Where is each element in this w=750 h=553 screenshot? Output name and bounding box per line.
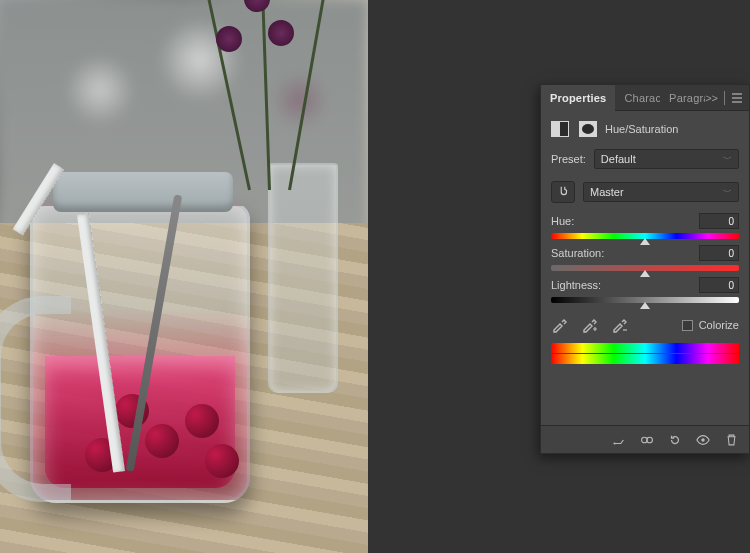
- saturation-value-input[interactable]: 0: [699, 245, 739, 261]
- slider-thumb[interactable]: [640, 302, 650, 309]
- tab-paragraph[interactable]: Paragrap: [660, 85, 705, 111]
- chevron-down-icon: ﹀: [723, 153, 732, 166]
- photo-jar: [30, 203, 250, 503]
- panel-footer: [541, 425, 749, 453]
- hue-track[interactable]: [551, 233, 739, 239]
- hue-slider: Hue: 0: [541, 209, 749, 241]
- eyedropper-add-icon[interactable]: [581, 317, 597, 333]
- colorize-label: Colorize: [699, 319, 739, 331]
- channel-row: Master ﹀: [541, 175, 749, 209]
- preset-label: Preset:: [551, 153, 586, 165]
- slider-thumb[interactable]: [640, 238, 650, 245]
- colorize-checkbox[interactable]: [682, 320, 693, 331]
- adjustment-header: Hue/Saturation: [541, 111, 749, 143]
- channel-select[interactable]: Master ﹀: [583, 182, 739, 202]
- canvas-image[interactable]: [0, 0, 368, 553]
- eyedropper-icon[interactable]: [551, 317, 567, 333]
- lightness-track[interactable]: [551, 297, 739, 303]
- color-range-strip[interactable]: [551, 343, 739, 364]
- saturation-label: Saturation:: [551, 247, 604, 259]
- adjustment-type-icon[interactable]: [551, 121, 571, 137]
- chevron-down-icon: ﹀: [723, 186, 732, 199]
- eyedropper-row: Colorize: [541, 305, 749, 339]
- tab-character[interactable]: Characte: [615, 85, 660, 111]
- adjustment-title: Hue/Saturation: [605, 123, 678, 135]
- clip-to-layer-icon[interactable]: [611, 432, 627, 448]
- saturation-slider: Saturation: 0: [541, 241, 749, 273]
- photo-stems: [228, 0, 318, 210]
- lightness-slider: Lightness: 0: [541, 273, 749, 305]
- targeted-adjust-button[interactable]: [551, 181, 575, 203]
- lightness-label: Lightness:: [551, 279, 601, 291]
- properties-panel: Properties Characte Paragrap >> Hue/Satu…: [540, 84, 750, 454]
- view-previous-icon[interactable]: [639, 432, 655, 448]
- trash-icon[interactable]: [723, 432, 739, 448]
- svg-point-0: [614, 442, 616, 444]
- divider: [724, 91, 725, 105]
- hue-label: Hue:: [551, 215, 574, 227]
- hue-value-input[interactable]: 0: [699, 213, 739, 229]
- tab-properties[interactable]: Properties: [541, 85, 615, 111]
- layer-mask-icon[interactable]: [579, 121, 597, 137]
- panel-menu-icon[interactable]: [731, 92, 743, 104]
- svg-point-3: [701, 438, 705, 442]
- reset-icon[interactable]: [667, 432, 683, 448]
- visibility-icon[interactable]: [695, 432, 711, 448]
- preset-select[interactable]: Default ﹀: [594, 149, 739, 169]
- preset-row: Preset: Default ﹀: [541, 143, 749, 175]
- eyedropper-subtract-icon[interactable]: [611, 317, 627, 333]
- panel-tabs: Properties Characte Paragrap >>: [541, 85, 749, 111]
- preset-value: Default: [601, 153, 636, 165]
- slider-thumb[interactable]: [640, 270, 650, 277]
- lightness-value-input[interactable]: 0: [699, 277, 739, 293]
- saturation-track[interactable]: [551, 265, 739, 271]
- expand-icon[interactable]: >>: [705, 92, 718, 104]
- channel-value: Master: [590, 186, 624, 198]
